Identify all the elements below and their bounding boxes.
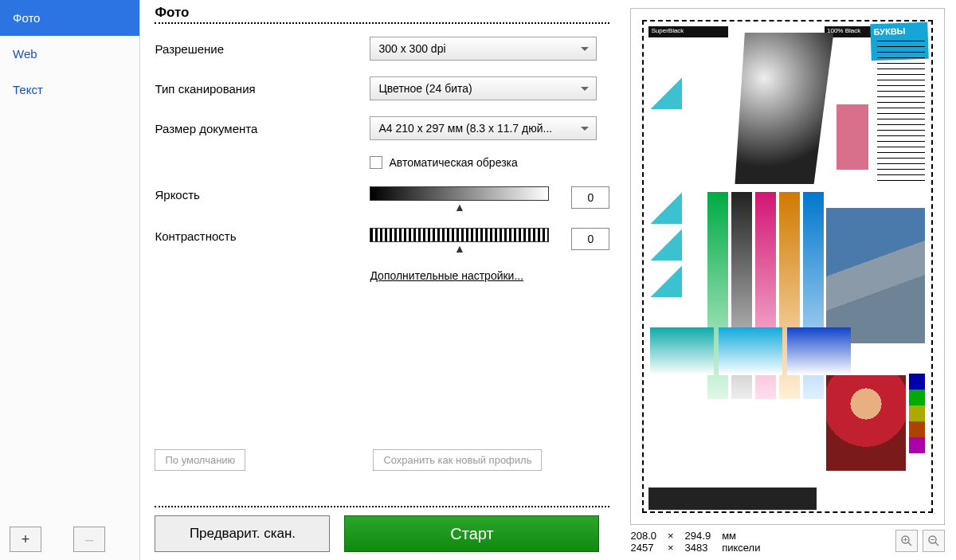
- docsize-value: A4 210 x 297 мм (8.3 x 11.7 дюй...: [378, 122, 552, 135]
- unit-mm: мм: [722, 530, 760, 542]
- brightness-gradient: [370, 186, 549, 201]
- save-profile-button[interactable]: Сохранить как новый профиль: [373, 449, 542, 471]
- mock-woman: [826, 375, 906, 471]
- main-panel: Фото Разрешение 300 x 300 dpi Тип сканир…: [140, 0, 624, 560]
- docsize-label: Размер документа: [155, 122, 370, 135]
- times-sym: ×: [668, 530, 674, 542]
- unit-px: пиксели: [722, 542, 760, 554]
- row-brightness: Яркость ▲ 0: [155, 186, 609, 209]
- mock-gradh: [787, 327, 851, 375]
- scantype-value: Цветное (24 бита): [378, 82, 472, 95]
- main-footer: Предварит. скан. Старт: [155, 506, 609, 552]
- svg-line-1: [908, 542, 911, 546]
- row-resolution: Разрешение 300 x 300 dpi: [155, 37, 609, 61]
- add-profile-button[interactable]: +: [10, 527, 41, 552]
- mock-lines-right: [877, 41, 925, 184]
- sidebar-item-web[interactable]: Web: [0, 36, 139, 72]
- sidebar: Фото Web Текст + –: [0, 0, 140, 560]
- autocrop-label: Автоматическая обрезка: [389, 156, 517, 169]
- preview-footer: 208.0 × 294.9 мм 2457 × 3483 пиксели: [630, 525, 945, 554]
- preview-image[interactable]: SuperBlack 100% Black БУКВЫ: [630, 8, 945, 525]
- sidebar-tabs: Фото Web Текст: [0, 0, 139, 519]
- docsize-select[interactable]: A4 210 x 297 мм (8.3 x 11.7 дюй...: [370, 116, 597, 140]
- prescan-button[interactable]: Предварит. скан.: [155, 515, 330, 552]
- mock-textbar: [648, 488, 817, 510]
- default-button[interactable]: По умолчанию: [155, 449, 245, 471]
- mock-gradh: [650, 327, 714, 375]
- brightness-marker: ▲: [454, 201, 465, 213]
- contrast-marker: ▲: [454, 242, 465, 255]
- minus-icon: –: [85, 531, 93, 548]
- profile-buttons: По умолчанию Сохранить как новый профиль: [155, 449, 609, 471]
- autocrop-checkbox[interactable]: [370, 156, 382, 169]
- zoom-in-button[interactable]: [895, 530, 918, 552]
- mock-colorbar: [909, 374, 925, 453]
- width-mm: 208.0: [630, 530, 656, 542]
- row-contrast: Контрастность ▲ 0: [155, 228, 609, 250]
- start-label: Старт: [450, 525, 493, 543]
- zoom-out-icon: [927, 535, 940, 547]
- form-area: Разрешение 300 x 300 dpi Тип сканировани…: [155, 37, 609, 506]
- plus-icon: +: [22, 531, 30, 548]
- sidebar-item-label: Текст: [13, 83, 43, 96]
- sidebar-item-photo[interactable]: Фото: [0, 0, 139, 36]
- width-px: 2457: [630, 542, 656, 554]
- resolution-value: 300 x 300 dpi: [378, 42, 445, 55]
- height-mm: 294.9: [685, 530, 711, 542]
- mock-gradh: [719, 327, 782, 375]
- resolution-label: Разрешение: [155, 42, 370, 56]
- sidebar-footer: + –: [0, 519, 139, 560]
- row-autocrop: Автоматическая обрезка: [370, 156, 609, 169]
- panel-title: Фото: [155, 5, 609, 21]
- mock-superblack: SuperBlack: [648, 26, 728, 37]
- prescan-label: Предварит. скан.: [190, 526, 296, 542]
- zoom-controls: [895, 530, 945, 552]
- separator: [155, 22, 609, 24]
- svg-line-5: [935, 542, 938, 546]
- sidebar-item-label: Web: [13, 47, 37, 61]
- resolution-select[interactable]: 300 x 300 dpi: [370, 37, 597, 61]
- brightness-slider[interactable]: ▲: [370, 186, 549, 201]
- scantype-label: Тип сканирования: [155, 82, 370, 96]
- row-scantype: Тип сканирования Цветное (24 бита): [155, 76, 609, 100]
- advanced-settings-link[interactable]: Дополнительные настройки...: [370, 269, 523, 282]
- brightness-label: Яркость: [155, 186, 370, 202]
- height-px: 3483: [685, 542, 711, 554]
- mock-pink: [836, 104, 868, 170]
- preview-pane: SuperBlack 100% Black БУКВЫ 208.0 × 294.…: [624, 0, 956, 560]
- contrast-label: Контрастность: [155, 228, 370, 243]
- dimensions: 208.0 × 294.9 мм 2457 × 3483 пиксели: [630, 530, 760, 554]
- brightness-value[interactable]: 0: [571, 186, 609, 209]
- times-sym: ×: [668, 542, 674, 554]
- contrast-pattern: [370, 228, 549, 242]
- zoom-out-button[interactable]: [923, 530, 945, 552]
- start-button[interactable]: Старт: [344, 515, 599, 552]
- remove-profile-button[interactable]: –: [73, 527, 105, 552]
- row-docsize: Размер документа A4 210 x 297 мм (8.3 x …: [155, 116, 609, 140]
- contrast-value[interactable]: 0: [571, 228, 609, 250]
- scantype-select[interactable]: Цветное (24 бита): [370, 76, 597, 100]
- mock-photo: [826, 208, 925, 343]
- sidebar-item-label: Фото: [13, 11, 40, 25]
- zoom-in-icon: [900, 535, 913, 547]
- sidebar-item-text[interactable]: Текст: [0, 72, 139, 108]
- contrast-slider[interactable]: ▲: [370, 228, 549, 242]
